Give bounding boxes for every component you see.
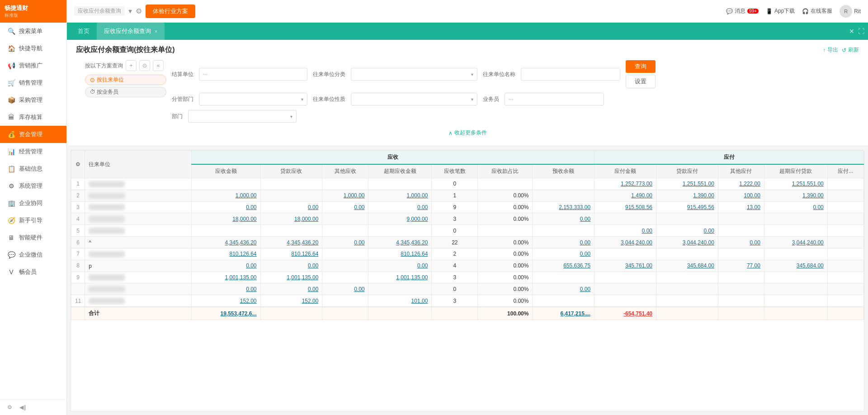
dept-select[interactable]: ▾ <box>199 93 307 105</box>
user-profile[interactable]: R Rit <box>840 5 861 18</box>
th-ap-loan: 贷款应付 <box>656 164 718 178</box>
settlement-unit-input[interactable]: ··· <box>199 68 307 81</box>
message-badge: 99+ <box>747 9 759 14</box>
label-department: 部门 <box>172 113 183 120</box>
salesman-input[interactable]: ··· <box>505 93 604 105</box>
total-ar-advance[interactable]: 6,417,215.... <box>533 307 594 320</box>
table-row: 30.000.000.000.0090.00%2,153,333.00915,5… <box>71 201 864 213</box>
collapse-row: ∧ 收起更多条件 <box>85 127 850 140</box>
table-row: 21,000.001,000.001,000.0010.00%1,490.001… <box>71 190 864 201</box>
table-row: 8p0.000.000.0040.00%655,636.75345,761.00… <box>71 260 864 272</box>
content-area: 应收应付余额查询(按往来单位) ↑ 导出 ↺ 刷新 <box>67 40 868 415</box>
sidebar-item-inventory[interactable]: 🏛 库存核算 <box>0 109 66 126</box>
tab-close-window-icon[interactable]: ✕ <box>849 28 854 35</box>
sidebar-item-sales[interactable]: 🛒 销售管理 <box>0 74 66 91</box>
sidebar-item-wechat[interactable]: 💬 企业微信 <box>0 246 66 263</box>
sidebar-item-guide[interactable]: 🧭 新手引导 <box>0 212 66 229</box>
table-container[interactable]: ⚙ 往来单位 应收 应付 应收金额 贷款应收 其他应收 超期应收金额 应收笔数 <box>71 150 864 411</box>
sidebar-item-purchase[interactable]: 📦 采购管理 <box>0 91 66 109</box>
filter-fields: 结算单位 ··· 往来单位分类 ▾ 往来单位名称 <box>172 60 850 127</box>
sidebar-item-basic[interactable]: 📋 基础信息 <box>0 160 66 177</box>
download-icon: 📱 <box>766 8 773 14</box>
row-seq: 2 <box>71 190 85 201</box>
th-gear[interactable]: ⚙ <box>71 151 85 178</box>
sidebar-item-system[interactable]: ⚙ 系统管理 <box>0 177 66 195</box>
row-seq: 3 <box>71 201 85 213</box>
purchase-icon: 📦 <box>7 96 15 104</box>
online-service-action[interactable]: 🎧 在线客服 <box>802 7 832 15</box>
collapse-up-icon: ∧ <box>448 130 453 136</box>
tab-ar-query[interactable]: 应收应付余额查询 × <box>97 23 165 40</box>
tab-close-icon[interactable]: × <box>155 29 157 34</box>
row-seq: 6 <box>71 237 85 248</box>
scheme-tag-salesman[interactable]: ⏱ 按业务员 <box>85 87 166 97</box>
guide-icon: 🧭 <box>7 217 15 224</box>
sidebar-item-operation[interactable]: 📊 经营管理 <box>0 143 66 160</box>
setting-button[interactable]: 设置 <box>626 75 656 88</box>
filter-row-3: 部门 ▾ <box>172 110 850 123</box>
total-label-cell <box>71 307 85 320</box>
add-scheme-btn[interactable]: + <box>126 60 137 71</box>
row-partner <box>85 178 192 190</box>
scheme-tag-partner[interactable]: ⊙ 按往来单位 <box>85 75 166 85</box>
row-seq: 1 <box>71 178 85 190</box>
hardware-icon: 🖥 <box>7 234 15 241</box>
total-label: 合计 <box>85 307 192 320</box>
sidebar-item-vip[interactable]: V 畅会员 <box>0 263 66 281</box>
row-partner <box>85 225 192 237</box>
th-ar-amount: 应收金额 <box>192 164 261 178</box>
total-ar-ratio: 100.00% <box>478 307 533 320</box>
sidebar-item-hardware[interactable]: 🖥 智能硬件 <box>0 229 66 246</box>
total-ar[interactable]: 19,553,472,6... <box>192 307 261 320</box>
filter-row-1: 结算单位 ··· 往来单位分类 ▾ 往来单位名称 <box>172 60 850 88</box>
scheme-collapse-btn[interactable]: « <box>153 60 164 71</box>
filter-area: 按以下方案查询 + ⊙ « ⊙ 按往来单位 <box>76 60 859 146</box>
sidebar-item-marketing[interactable]: 📢 营销推广 <box>0 57 66 74</box>
row-seq <box>71 283 85 295</box>
tab-home[interactable]: 首页 <box>71 23 97 40</box>
partner-nature-select[interactable]: ▾ <box>351 93 477 105</box>
sidebar-bottom: ⚙ ◀‖ <box>0 399 66 415</box>
label-partner-name: 往来单位名称 <box>483 71 515 78</box>
sidebar-settings-icon[interactable]: ⚙ <box>7 404 12 410</box>
row-partner <box>85 248 192 260</box>
refresh-button[interactable]: ↺ 刷新 <box>842 46 859 54</box>
th-ap-other: 其他应付 <box>718 164 764 178</box>
app-download-action[interactable]: 📱 App下载 <box>766 7 795 15</box>
row-seq: 5 <box>71 225 85 237</box>
row-partner <box>85 283 192 295</box>
label-dept: 分管部门 <box>172 95 193 103</box>
operation-icon: 📊 <box>7 148 15 155</box>
total-ap[interactable]: -654,751.40 <box>594 307 656 320</box>
department-select[interactable]: ▾ <box>188 110 297 123</box>
th-ar-advance: 预收余额 <box>533 164 594 178</box>
sidebar-item-search[interactable]: 🔍 搜索菜单 <box>0 23 66 40</box>
tab-maximize-icon[interactable]: ⛶ <box>858 28 864 35</box>
trial-button[interactable]: 体验行业方案 <box>146 5 195 18</box>
collapse-more-btn[interactable]: ∧ 收起更多条件 <box>448 129 487 137</box>
sidebar-item-quicknav[interactable]: 🏠 快捷导航 <box>0 40 66 57</box>
scheme-settings-btn[interactable]: ⊙ <box>139 60 150 71</box>
table-row: 7810,126.64810,126.64810,126.6420.00%0.0… <box>71 248 864 260</box>
th-group-ar: 应收 <box>192 151 594 165</box>
partner-name-input[interactable] <box>521 68 620 81</box>
scheme-tag-clock-icon: ⏱ <box>90 89 95 95</box>
partner-category-select[interactable]: ▾ <box>351 68 477 81</box>
export-button[interactable]: ↑ 导出 <box>823 46 838 54</box>
sidebar-item-finance[interactable]: 💰 资金管理 <box>0 126 66 143</box>
th-ar-ratio: 应收款占比 <box>478 164 533 178</box>
row-partner <box>85 213 192 225</box>
breadcrumb-dropdown-btn[interactable]: ▾ <box>128 7 132 15</box>
query-button[interactable]: 查询 <box>626 60 656 73</box>
table-row: 91,001,135.001,001,135.001,001,135.0030.… <box>71 272 864 283</box>
header-gear-icon[interactable]: ⚙ <box>136 7 142 15</box>
messages-action[interactable]: 💬 消息 99+ <box>726 7 759 15</box>
filter-scheme-panel: 按以下方案查询 + ⊙ « ⊙ 按往来单位 <box>85 60 166 97</box>
basic-icon: 📋 <box>7 165 15 172</box>
sidebar-collapse-icon[interactable]: ◀‖ <box>19 404 26 410</box>
table-settings-icon[interactable]: ⚙ <box>75 161 80 167</box>
sidebar-item-enterprise[interactable]: 🏢 企业协同 <box>0 195 66 212</box>
message-icon: 💬 <box>726 8 733 14</box>
row-seq: 11 <box>71 295 85 307</box>
th-group-ap: 应付 <box>594 151 864 165</box>
